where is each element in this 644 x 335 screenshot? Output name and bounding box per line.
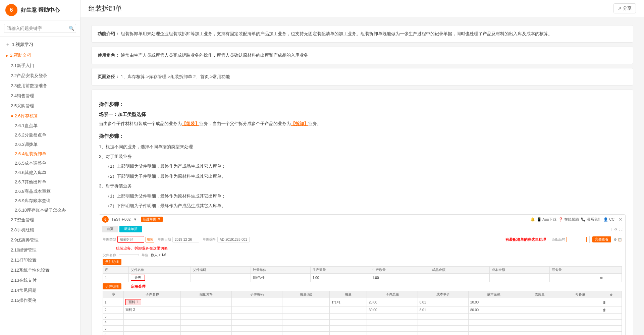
sidebar-item-data-prep[interactable]: 2.3使用前数据准备 <box>0 81 80 91</box>
ss-dropdown-icon: ▼ <box>133 217 137 221</box>
ss-type-value[interactable]: 组装拆卸 <box>117 236 144 243</box>
sidebar-item-customization[interactable]: 2.12系统个性化设置 <box>0 265 80 275</box>
ss-lower-table: 序 子件名称 组配对号 子件编码 用量(组) 用量 子件总量 成本单价 成本金额 <box>103 291 622 335</box>
ss-code-value[interactable]: AD-20191226-001 <box>217 237 250 242</box>
sidebar: 6 好生意 帮助中心 🔍 ＋ 1.视频学习 ● 2.帮助文档 2.1新手入门 2… <box>0 0 80 335</box>
ss-contact-icon: 📞 联系我们 <box>581 217 601 222</box>
sidebar-item-coupons[interactable]: 2.9优惠券管理 <box>0 235 80 245</box>
ss-date-field: 单据日期 2019-12-26 <box>158 237 199 242</box>
step-3-1: （1）上部明细为父件明细，最终作为原材料生成其它出库单； <box>99 192 626 200</box>
share-icon: ↗ <box>618 6 622 11</box>
role-block: 使用角色： 通常由生产人员或库管人员完成拆装业务的操作，库管人员确认原材料的出库… <box>91 47 633 64</box>
ss-upper-table: 序 父件名称 父件编码 计量单位 生产数量 生产数量 成品金额 成本金额 可备量 <box>103 266 622 282</box>
ss-form-row: 父件名称 单位 数人 > 1/6 <box>103 253 622 258</box>
ss-annotation-3: 启用处理 <box>131 284 146 289</box>
step-3: 3、对于拆装业务 <box>99 182 626 190</box>
ss-parent-name-input[interactable] <box>119 254 139 256</box>
ss-new-doc-btn[interactable]: 新建单据 ▼ <box>141 217 163 222</box>
sidebar-item-inventory[interactable]: ● 2.6库存核算 <box>0 111 80 121</box>
sidebar-item-label: 2.帮助文档 <box>10 52 31 58</box>
sidebar-item-beginners[interactable]: 2.1新手入门 <box>0 61 80 71</box>
main-content: 组装拆卸单 ↗ 分享 功能介绍： 组装拆卸单用来处理企业组装或拆卸等加工业务，支… <box>80 0 644 335</box>
ss-assembly-badge[interactable]: 组装 <box>146 237 154 242</box>
ss-doc-header: 单据类型 组装拆卸 组装 单据日期 2019-12-26 单据编号 AD-201… <box>99 234 625 245</box>
sidebar-item-cases[interactable]: 2.15操作案例 <box>0 295 80 305</box>
sidebar-item-sales[interactable]: 2.4销售管理 <box>0 91 80 101</box>
ss-app-icon: 📱 App下载 <box>537 217 556 222</box>
ss-settings-icon[interactable]: ⚙ <box>614 227 617 231</box>
ss-right-panel: 有装配清单的在这里处理 匹配品牌 完整查看 ⚙ 📋 <box>505 236 622 243</box>
ss-lower-table-badge: 子件明细 <box>103 283 121 289</box>
top-bar: 组装拆卸单 ↗ 分享 <box>80 0 644 17</box>
ss-brand-input[interactable] <box>567 237 587 242</box>
ss-confirm-btn[interactable]: 完整查看 <box>592 236 611 242</box>
sidebar-item-other-in[interactable]: 2.6.6其他入库单 <box>0 168 80 177</box>
sidebar-item-inventory-ledger[interactable]: 2.6.9库存账本查询 <box>0 196 80 206</box>
ss-lower-annotation-area: 子件明细 启用处理 <box>103 283 622 289</box>
inventory-subitems: 2.6.1盘点单 2.6.2分量盘点单 2.6.3调拨单 2.6.4组装拆卸单 … <box>0 121 80 215</box>
ss-tab-home[interactable]: 自页 <box>102 226 118 232</box>
ss-date-value[interactable]: 2019-12-26 <box>172 237 199 242</box>
sidebar-item-online-pay[interactable]: 2.13在线支付 <box>0 275 80 285</box>
ss-fullscreen-icon[interactable]: ⛶ <box>619 227 623 231</box>
step-2: 2、对于组装业务 <box>99 153 626 160</box>
ss-tabs-row: 自页 新建单据 | ⚙ ⛶ <box>99 224 625 234</box>
sidebar-item-ledger-error[interactable]: 2.6.10库存账本错了怎么办 <box>0 206 80 215</box>
sidebar-item-video[interactable]: ＋ 1.视频学习 <box>0 39 80 50</box>
sidebar-item-install[interactable]: 2.2产品安装及登录 <box>0 71 80 81</box>
sidebar-item-print[interactable]: 2.11打印设置 <box>0 255 80 265</box>
role-label: 使用角色： <box>98 53 119 58</box>
ss-annotation-2: 组装业务、拆卸业务在这里切换 <box>116 246 168 251</box>
search-box[interactable]: 🔍 <box>4 24 76 33</box>
ss-code-field: 单据编号 AD-20191226-001 <box>203 237 250 242</box>
ss-tab-icons: | ⚙ ⛶ <box>611 227 623 231</box>
ss-match-brand: 匹配品牌 <box>549 236 590 243</box>
ss-content-area: 父件名称 单位 数人 > 1/6 父件明细 序 <box>99 252 625 335</box>
table-row: 1 关夹 组/包/件 1.00 1.00 <box>103 274 622 282</box>
ss-annotation-1: 有装配清单的在这里处理 <box>505 237 546 242</box>
sidebar-item-help-docs[interactable]: ● 2.帮助文档 <box>0 50 80 61</box>
sidebar-item-label: 1.视频学习 <box>12 42 33 48</box>
sidebar-item-faq[interactable]: 2.14常见问题 <box>0 285 80 295</box>
ss-tab-new-doc[interactable]: 新建单据 <box>119 226 142 232</box>
sidebar-item-mobile[interactable]: 2.8手机旺铺 <box>0 225 80 235</box>
ss-company: TEST-H002 <box>111 217 130 221</box>
sidebar-item-cost-adjust[interactable]: 2.6.5成本调整单 <box>0 159 80 168</box>
sidebar-item-finance[interactable]: 2.7资金管理 <box>0 215 80 225</box>
sidebar-item-purchase[interactable]: 2.5采购管理 <box>0 101 80 111</box>
ss-lower-table-header: 序 子件名称 组配对号 子件编码 用量(组) 用量 子件总量 成本单价 成本金额 <box>103 291 622 298</box>
sidebar-item-assembly[interactable]: 2.6.4组装拆卸单 <box>0 149 80 159</box>
sidebar-item-operations[interactable]: 2.10经营管理 <box>0 245 80 255</box>
share-button[interactable]: ↗ 分享 <box>613 3 636 13</box>
collapse-icon-inventory: ● <box>11 113 14 118</box>
sidebar-item-cost-recalc[interactable]: 2.6.8商品成本重算 <box>0 187 80 196</box>
search-area: 🔍 <box>0 20 80 37</box>
ss-more-icons: ⚙ 📋 <box>614 238 622 241</box>
app-logo: 6 <box>5 4 17 16</box>
step-3-2: （2）下部明细为子件明细，最终作为产成品生成其它入库单。 <box>99 202 626 210</box>
sidebar-item-stocktake[interactable]: 2.6.1盘点单 <box>0 121 80 130</box>
sidebar-item-other-out[interactable]: 2.6.7其他出库单 <box>0 177 80 187</box>
ss-close-icon[interactable]: ✕ <box>619 217 623 222</box>
ss-type-field: 单据类型 组装拆卸 组装 <box>103 236 154 243</box>
ss-parent-item-input[interactable]: 关夹 <box>131 275 145 281</box>
scene-one-desc: 当由多个子件材料组装成一个成品的业务为【组装】业务，当由一个父件拆分成多个子产品… <box>99 120 626 127</box>
ss-unit-display: 数人 > 1/6 <box>151 253 166 258</box>
table-row: 4 <box>103 320 622 326</box>
table-row: 1 面料 1 1*1=1 20.00 8.01 <box>103 298 622 306</box>
ops-steps-title: 操作步骤： <box>99 101 626 108</box>
search-button[interactable]: 🔍 <box>66 24 76 33</box>
search-input[interactable] <box>4 24 66 33</box>
sidebar-item-transfer[interactable]: 2.6.3调拨单 <box>0 140 80 149</box>
content-area: 功能介绍： 组装拆卸单用来处理企业组装或拆卸等加工业务，支持有固定装配清单的产品… <box>80 17 644 335</box>
table-row: 3 <box>103 314 622 320</box>
navigation: ＋ 1.视频学习 ● 2.帮助文档 2.1新手入门 2.2产品安装及登录 2.3… <box>0 37 80 335</box>
path-label: 页面路径： <box>98 74 119 79</box>
ss-child-name-1[interactable]: 面料 1 <box>125 299 141 305</box>
path-text: 1、库存核算->库存管理->组装拆卸单 2、首页->常用功能 <box>121 74 230 79</box>
path-block: 页面路径： 1、库存核算->库存管理->组装拆卸单 2、首页->常用功能 <box>91 68 633 86</box>
sidebar-item-partial-stocktake[interactable]: 2.6.2分量盘点单 <box>0 130 80 140</box>
app-name: 好生意 帮助中心 <box>21 7 60 14</box>
step-2-2: （2）下部明细为子件明细，最终作为原材料生成其它出库单。 <box>99 172 626 180</box>
screenshot-container: 6 TEST-H002 ▼ 新建单据 ▼ 🔔 📱 App下载 ❓ 在线帮助 📞 … <box>99 214 626 335</box>
